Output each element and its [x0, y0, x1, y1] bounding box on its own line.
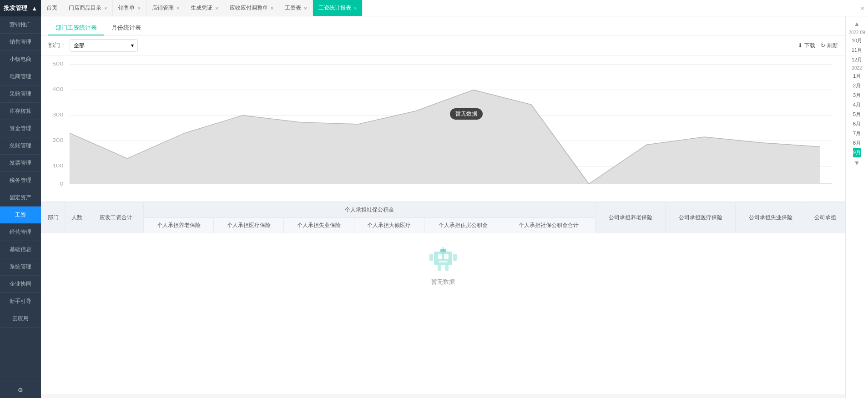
sidebar-item-企业协同[interactable]: 企业协同: [0, 276, 41, 293]
sidebar-title: 批发管理: [4, 4, 27, 12]
no-data-icon: [425, 242, 461, 274]
timeline-month-6月[interactable]: 6月: [853, 119, 861, 129]
no-data-container: 暂无数据: [41, 233, 845, 295]
dept-select[interactable]: 全部 ▾: [70, 39, 138, 52]
sidebar-item-新手引导[interactable]: 新手引导: [0, 293, 41, 310]
sidebar-header[interactable]: 批发管理 ▲: [0, 0, 41, 16]
svg-rect-21: [445, 265, 449, 271]
sidebar-item-库存核算[interactable]: 库存核算: [0, 103, 41, 120]
timeline-up-arrow[interactable]: ▲: [854, 18, 860, 29]
sidebar-item-电商管理[interactable]: 电商管理: [0, 68, 41, 86]
svg-rect-14: [444, 254, 449, 259]
table-area[interactable]: 部门 人数 应发工资合计 个人承担社保公积金 公司承担养老保险 公司承担医疗保险…: [41, 202, 845, 394]
chart-area: 500 400 300 200 100 0: [41, 56, 845, 202]
svg-rect-18: [429, 254, 433, 261]
tab-首页[interactable]: 首页: [41, 0, 63, 16]
tooltip-text: 暂无数据: [455, 111, 477, 117]
tab-店铺管理[interactable]: 店铺管理×: [146, 0, 185, 16]
data-table: 部门 人数 应发工资合计 个人承担社保公积金 公司承担养老保险 公司承担医疗保险…: [41, 202, 845, 233]
download-icon: ⬇: [798, 42, 802, 49]
timeline-month-3月[interactable]: 3月: [853, 91, 861, 100]
col-personal-medical: 个人承担医疗保险: [214, 218, 284, 233]
download-label: 下载: [804, 42, 815, 50]
timeline-month-7月[interactable]: 7月: [853, 129, 861, 138]
sidebar-item-总账管理[interactable]: 总账管理: [0, 137, 41, 155]
sidebar-item-基础信息[interactable]: 基础信息: [0, 241, 41, 258]
svg-rect-15: [439, 261, 448, 262]
refresh-icon: ↻: [821, 42, 825, 49]
chart-tooltip: 暂无数据: [450, 108, 483, 120]
table-header-group: 部门 人数 应发工资合计 个人承担社保公积金 公司承担养老保险 公司承担医疗保险…: [41, 202, 845, 218]
svg-rect-13: [438, 254, 442, 259]
tab-bar: 首页门店商品目录×销售单×店铺管理×生成凭证×应收应付调整单×工资表×工资统计报…: [41, 0, 868, 16]
col-company-unemployment: 公司承担失业保险: [736, 202, 806, 233]
sidebar-item-经营管理[interactable]: 经营管理: [0, 224, 41, 241]
col-personal-pension: 个人承担养老保险: [143, 218, 213, 233]
timeline-month-12月[interactable]: 12月: [852, 55, 862, 65]
refresh-button[interactable]: ↻ 刷新: [821, 42, 838, 50]
svg-rect-19: [453, 254, 457, 261]
sidebar-item-云应用[interactable]: 云应用: [0, 310, 41, 327]
timeline-month-5月[interactable]: 5月: [853, 110, 861, 119]
close-all-tabs-button[interactable]: ×: [857, 5, 868, 12]
sidebar-item-小畅电商[interactable]: 小畅电商: [0, 51, 41, 68]
no-data-text: 暂无数据: [431, 278, 455, 286]
timeline-down-arrow[interactable]: ▼: [854, 157, 860, 168]
content-area: 部门工资统计表 月份统计表 部门： 全部 ▾ ⬇ 下载: [41, 16, 868, 398]
sidebar-expand-icon[interactable]: ▲: [31, 5, 37, 12]
timeline-month-9月[interactable]: 9月: [853, 148, 861, 157]
tab-dept-stats[interactable]: 部门工资统计表: [48, 21, 104, 35]
timeline-month-2月[interactable]: 2月: [853, 81, 861, 91]
sidebar-item-发票管理[interactable]: 发票管理: [0, 155, 41, 172]
toolbar-left: 部门： 全部 ▾: [48, 39, 138, 52]
tab-销售单[interactable]: 销售单×: [113, 0, 146, 16]
sub-tab-bar: 部门工资统计表 月份统计表: [41, 16, 845, 35]
tab-close-icon[interactable]: ×: [304, 5, 307, 11]
horizontal-scrollbar[interactable]: [41, 394, 845, 398]
chevron-down-icon: ▾: [131, 42, 134, 49]
timeline-month-8月[interactable]: 8月: [853, 138, 861, 148]
tab-close-icon[interactable]: ×: [137, 5, 140, 11]
tab-工资表[interactable]: 工资表×: [279, 0, 313, 16]
col-people: 人数: [65, 202, 89, 233]
download-button[interactable]: ⬇ 下载: [798, 42, 815, 50]
tab-生成凭证[interactable]: 生成凭证×: [185, 0, 224, 16]
sidebar-item-系统管理[interactable]: 系统管理: [0, 258, 41, 276]
sidebar: 批发管理 ▲ 营销推广销售管理小畅电商电商管理采购管理库存核算资金管理总账管理发…: [0, 0, 41, 398]
toolbar-row: 部门： 全部 ▾ ⬇ 下载 ↻ 刷新: [41, 35, 845, 56]
col-total-salary: 应发工资合计: [89, 202, 143, 233]
svg-text:400: 400: [52, 86, 63, 92]
tab-门店商品目录[interactable]: 门店商品目录×: [63, 0, 113, 16]
tab-close-icon[interactable]: ×: [271, 5, 273, 11]
dept-select-value: 全部: [74, 42, 85, 50]
timeline-month-4月[interactable]: 4月: [853, 100, 861, 110]
tab-close-icon[interactable]: ×: [177, 5, 179, 11]
sidebar-footer-settings[interactable]: ⚙: [0, 382, 41, 398]
tab-close-icon[interactable]: ×: [215, 5, 218, 11]
tab-month-stats[interactable]: 月份统计表: [104, 21, 148, 35]
timeline-month-10月[interactable]: 10月: [852, 36, 862, 45]
tab-工资统计报表[interactable]: 工资统计报表×: [313, 0, 363, 16]
tab-应收应付调整单[interactable]: 应收应付调整单×: [224, 0, 279, 16]
timeline-year-1: 2022.09: [846, 29, 868, 36]
settings-icon: ⚙: [18, 387, 23, 393]
col-dept: 部门: [41, 202, 65, 233]
tab-close-icon[interactable]: ×: [354, 5, 357, 11]
sidebar-item-工资[interactable]: 工资: [0, 207, 41, 224]
sidebar-item-资金管理[interactable]: 资金管理: [0, 120, 41, 137]
sidebar-item-固定资产[interactable]: 固定资产: [0, 189, 41, 207]
col-personal-housing: 个人承担住房公积金: [424, 218, 502, 233]
timeline-month-11月[interactable]: 11月: [852, 45, 862, 55]
tab-close-icon[interactable]: ×: [104, 5, 107, 11]
svg-text:500: 500: [52, 60, 63, 66]
timeline-month-1月[interactable]: 1月: [853, 71, 861, 81]
close-all-icon: ×: [861, 5, 864, 12]
sidebar-item-税务管理[interactable]: 税务管理: [0, 172, 41, 189]
svg-rect-12: [434, 252, 452, 265]
sidebar-item-营销推广[interactable]: 营销推广: [0, 16, 41, 34]
sidebar-item-采购管理[interactable]: 采购管理: [0, 86, 41, 103]
col-group-personal: 个人承担社保公积金: [143, 202, 595, 218]
page-content: 部门工资统计表 月份统计表 部门： 全部 ▾ ⬇ 下载: [41, 16, 845, 398]
col-personal-total: 个人承担社保公积金合计: [502, 218, 595, 233]
sidebar-item-销售管理[interactable]: 销售管理: [0, 34, 41, 51]
